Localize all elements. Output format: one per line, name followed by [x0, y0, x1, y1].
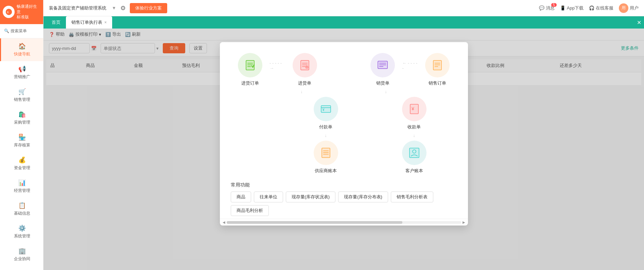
tab-close-icon[interactable]: ×: [104, 20, 107, 25]
arrow-down-3: ↓: [304, 133, 348, 138]
message-icon: 💬: [539, 5, 544, 11]
headset-icon: 🎧: [589, 5, 594, 11]
func-buttons-row-1: 商品 往来单位 现存量(库存状况表) 现存量(库存分布表) 销售毛利分析表 商品…: [231, 192, 457, 216]
tabs-right: ✕: [637, 19, 641, 26]
flow-row-3: 供应商账本: [231, 138, 457, 177]
dropdown-arrow-icon[interactable]: ▼: [112, 5, 116, 11]
system-icon: ⚙️: [18, 224, 26, 232]
func-btn-product-gross[interactable]: 商品毛利分析: [231, 205, 269, 216]
supplier-account-icon: [314, 141, 338, 165]
sidebar-item-enterprise[interactable]: 🏢 企业协同: [0, 243, 43, 266]
svg-text:6: 6: [7, 11, 8, 14]
common-functions: 常用功能 商品 往来单位 现存量(库存状况表) 现存量(库存分布表) 销售毛利分…: [231, 182, 457, 219]
purchase-receipt-label: 进货单: [298, 80, 311, 86]
enterprise-icon: 🏢: [18, 247, 26, 255]
header-actions: 💬 消息 5 📱 App下载 🎧 在线客服 用 用户: [539, 3, 639, 13]
tab-sales-order-execution[interactable]: 销售订单执行表 ×: [66, 16, 112, 29]
svg-text:¥: ¥: [322, 108, 325, 112]
sidebar-item-sales[interactable]: 🛒 销售管理: [0, 84, 43, 107]
sidebar-item-finance[interactable]: 💰 资金管理: [0, 152, 43, 175]
sidebar-item-guide[interactable]: 📖 新手引导: [0, 266, 43, 270]
flow-diagram: 进货订单 - - - - - →: [231, 50, 457, 177]
purchase-receipt-icon: [293, 53, 317, 77]
avatar: 用: [619, 3, 628, 13]
modal-overlay: 进货订单 - - - - - →: [43, 29, 644, 270]
basic-info-icon: 📋: [18, 202, 26, 209]
func-btn-sales-gross[interactable]: 销售毛利分析表: [391, 192, 433, 202]
marketing-icon: 📢: [18, 65, 26, 73]
flow-node-sales-receipt[interactable]: 销货单: [363, 53, 402, 86]
sidebar-item-inventory[interactable]: 🏪 库存核算: [0, 129, 43, 152]
page-area: ❓ 帮助 🖨️ 按模板打印 ▾ ⬆️ 导出 🔄 刷新: [43, 29, 644, 270]
flow-node-receipt[interactable]: ¥ 收款单: [392, 97, 436, 130]
sidebar-item-operations[interactable]: 📊 经营管理: [0, 175, 43, 198]
sidebar-item-purchase[interactable]: 🛍️ 采购管理: [0, 107, 43, 129]
arrow-1: - - - - - →: [269, 60, 285, 71]
search-menu-button[interactable]: 🔍 搜索菜单: [3, 27, 40, 35]
operations-icon: 📊: [18, 179, 26, 186]
system-name: 装备及固定资产辅助管理系统: [49, 5, 106, 11]
sidebar-item-basic-info[interactable]: 📋 基础信息: [0, 198, 43, 220]
app-download-icon: 📱: [560, 5, 565, 11]
sidebar-item-quick-nav[interactable]: 🏠 快捷导航: [0, 38, 43, 61]
finance-icon: 💰: [18, 156, 26, 164]
message-badge: 5: [551, 3, 557, 7]
customer-account-label: 客户账本: [405, 168, 423, 174]
scroll-right-icon[interactable]: ▶: [463, 220, 465, 224]
supplier-account-label: 供应商账本: [315, 168, 337, 174]
svg-text:¥: ¥: [411, 106, 414, 111]
sidebar-item-system[interactable]: ⚙️ 系统管理: [0, 220, 43, 243]
flow-node-purchase-order[interactable]: 进货订单: [231, 53, 270, 86]
user-info[interactable]: 用 用户: [619, 3, 639, 13]
purchase-order-label: 进货订单: [241, 80, 259, 86]
sales-order-icon: [425, 53, 450, 77]
func-btn-contacts[interactable]: 往来单位: [254, 192, 283, 202]
trial-button[interactable]: 体验行业方案: [130, 3, 167, 13]
purchase-icon: 🛍️: [18, 111, 26, 118]
flow-node-customer-account[interactable]: 客户账本: [392, 141, 436, 174]
sidebar-nav: 🏠 快捷导航 📢 营销推广 🛒 销售管理 🛍️ 采购管理 🏪 库存核算 💰: [0, 38, 43, 270]
tabs-bar: 首页 销售订单执行表 × ✕: [43, 16, 644, 29]
sidebar-logo: 6 畅康通好生意 标准版: [0, 0, 43, 24]
arrow-down-2: ↓: [365, 89, 407, 94]
tab-home[interactable]: 首页: [46, 16, 66, 29]
modal-body: 进货订单 - - - - - →: [220, 42, 468, 219]
sales-order-label: 销售订单: [429, 80, 446, 86]
customer-account-icon: [402, 141, 427, 165]
flow-node-sales-order[interactable]: 销售订单: [418, 53, 457, 86]
app-download-button[interactable]: 📱 App下载: [560, 5, 584, 11]
close-all-tabs-button[interactable]: ✕: [637, 19, 641, 26]
svg-rect-2: [246, 60, 254, 70]
settings-icon[interactable]: ⚙: [120, 4, 126, 12]
flow-row-1: 进货订单 - - - - - →: [231, 50, 457, 89]
receipt-icon: ¥: [402, 97, 427, 121]
message-button[interactable]: 💬 消息 5: [539, 5, 555, 11]
svg-rect-17: [433, 60, 441, 70]
scroll-left-icon[interactable]: ◀: [223, 220, 225, 224]
sidebar-search-area: 🔍 搜索菜单: [0, 24, 43, 38]
purchase-order-icon: [238, 53, 262, 77]
sidebar-item-marketing[interactable]: 📢 营销推广: [0, 61, 43, 84]
flow-node-payment[interactable]: ¥ 付款单: [304, 97, 348, 130]
sidebar-logo-text: 畅康通好生意 标准版: [17, 4, 40, 20]
inventory-icon: 🏪: [18, 133, 26, 141]
sales-icon: 🛒: [18, 88, 26, 95]
func-btn-stock-status[interactable]: 现存量(库存状况表): [286, 192, 336, 202]
flow-node-supplier-account[interactable]: 供应商账本: [304, 141, 348, 174]
sales-receipt-label: 销货单: [376, 80, 389, 86]
online-service-button[interactable]: 🎧 在线客服: [589, 5, 613, 11]
arrow-down-4: ↓: [392, 133, 436, 138]
header: 装备及固定资产辅助管理系统 ▼ ⚙ 体验行业方案 💬 消息 5 📱 App下载 …: [43, 0, 644, 16]
func-btn-product[interactable]: 商品: [231, 192, 251, 202]
svg-rect-26: [322, 148, 330, 158]
modal-scrollbar: ◀ ▶: [220, 219, 468, 226]
common-functions-title: 常用功能: [231, 182, 457, 188]
func-btn-stock-dist[interactable]: 现存量(库存分布表): [338, 192, 388, 202]
scroll-track[interactable]: [227, 221, 461, 224]
flow-row-2: ¥ 付款单: [231, 94, 457, 133]
flow-node-purchase-receipt[interactable]: 进货单: [285, 53, 325, 86]
main-content: 装备及固定资产辅助管理系统 ▼ ⚙ 体验行业方案 💬 消息 5 📱 App下载 …: [43, 0, 644, 270]
payment-icon: ¥: [314, 97, 338, 121]
flow-arrows-row-2: ↓ ↓: [231, 133, 457, 138]
sales-receipt-icon: [370, 53, 395, 77]
